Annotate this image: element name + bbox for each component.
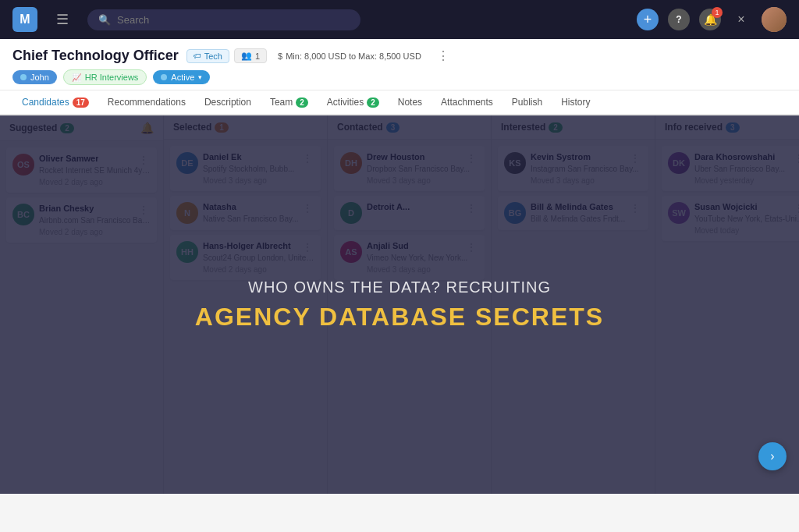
add-button[interactable]: + [637, 9, 659, 30]
overlay-subtitle: WHO OWNS THE DATA? RECRUITING [248, 278, 551, 296]
notification-button[interactable]: 🔔 1 [699, 9, 721, 30]
hr-label: HR Interviews [85, 73, 138, 82]
trend-icon: 📈 [72, 73, 81, 82]
search-bar[interactable]: 🔍 [87, 9, 360, 30]
salary-icon: $ [278, 51, 282, 61]
tab-team[interactable]: Team2 [261, 90, 318, 115]
assignee-label: John [30, 73, 49, 82]
avatar[interactable] [762, 7, 787, 32]
overlay: WHO OWNS THE DATA? RECRUITING AGENCY DAT… [0, 115, 799, 494]
nav-actions: + ? 🔔 1 × [637, 7, 787, 32]
page-title: Chief Technology Officer [12, 48, 179, 64]
status-dot [161, 74, 167, 80]
status-label: Active [171, 73, 194, 82]
tab-activities[interactable]: Activities2 [318, 90, 389, 115]
tab-candidates[interactable]: Candidates17 [12, 90, 98, 115]
hamburger-menu[interactable]: ☰ [50, 8, 75, 31]
search-input[interactable] [117, 14, 350, 26]
people-tag[interactable]: 👥 1 [234, 48, 267, 63]
tabs-bar: Candidates17RecommendationsDescriptionTe… [0, 90, 799, 115]
tab-badge: 2 [367, 98, 379, 108]
page-actions: John 📈 HR Interviews Active ▾ [12, 69, 787, 85]
people-icon: 👥 [241, 51, 252, 61]
tab-recommendations[interactable]: Recommendations [98, 90, 195, 115]
more-options-button[interactable]: ⋮ [432, 47, 454, 65]
tab-notes[interactable]: Notes [389, 90, 431, 115]
kanban-wrapper: Suggested2🔔OSOliver Samwer⋮Rocket Intern… [0, 115, 799, 494]
app-logo[interactable]: M [12, 7, 37, 32]
close-button[interactable]: × [730, 9, 752, 30]
assignee-button[interactable]: John [12, 70, 57, 84]
tab-badge: 2 [296, 98, 308, 108]
notif-badge: 1 [712, 7, 723, 18]
page-header: Chief Technology Officer 🏷 Tech 👥 1 $ Mi… [0, 39, 799, 90]
header-tags: 🏷 Tech 👥 1 $ Min: 8,000 USD to Max: 8,50… [186, 47, 454, 65]
tab-history[interactable]: History [552, 90, 599, 115]
caret-icon: ▾ [198, 73, 202, 81]
tech-tag[interactable]: 🏷 Tech [186, 49, 229, 63]
overlay-title: AGENCY DATABASE SECRETS [195, 303, 604, 332]
tab-attachments[interactable]: Attachments [431, 90, 502, 115]
salary-tag: $ Min: 8,000 USD to Max: 8,500 USD [272, 50, 428, 62]
scroll-right-button[interactable]: › [758, 442, 787, 470]
avatar-image [762, 7, 787, 32]
hr-interviews-button[interactable]: 📈 HR Interviews [63, 69, 147, 85]
tab-description[interactable]: Description [195, 90, 261, 115]
tag-icon: 🏷 [194, 51, 201, 60]
assignee-dot [20, 74, 27, 80]
help-button[interactable]: ? [668, 9, 690, 30]
tab-publish[interactable]: Publish [502, 90, 552, 115]
status-button[interactable]: Active ▾ [153, 70, 210, 84]
top-navigation: M ☰ 🔍 + ? 🔔 1 × [0, 0, 799, 39]
tab-badge: 17 [73, 98, 89, 108]
search-icon: 🔍 [98, 14, 111, 26]
